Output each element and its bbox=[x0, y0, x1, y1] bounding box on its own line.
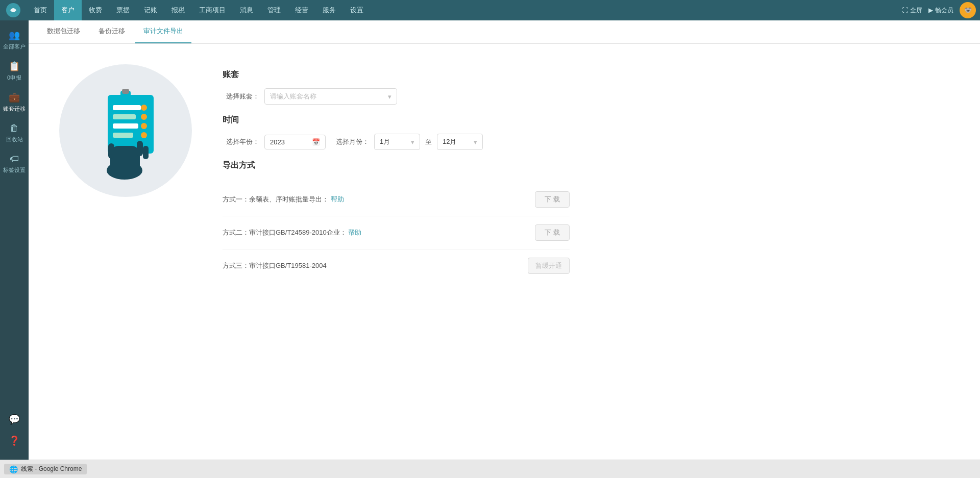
export-method-2-label: 方式二：审计接口GB/T24589-2010企业： 帮助 bbox=[223, 228, 530, 237]
export-method-2: 方式二：审计接口GB/T24589-2010企业： 帮助 下 载 bbox=[223, 216, 570, 249]
content-area: 数据包迁移 备份迁移 审计文件导出 bbox=[29, 20, 980, 460]
month-end-value: 12月 bbox=[443, 137, 456, 146]
svg-point-8 bbox=[141, 123, 147, 129]
form-area: 账套 选择账套： 请输入账套名称 ▾ 时间 选择年份： 2023 📅 bbox=[223, 64, 570, 282]
export-methods: 方式一：余额表、序时账批量导出： 帮助 下 载 方式二：审计接口GB/T2458… bbox=[223, 183, 570, 282]
vip-label: 畅会员 bbox=[935, 6, 953, 15]
nav-business[interactable]: 工商项目 bbox=[192, 0, 233, 20]
svg-rect-14 bbox=[108, 143, 114, 159]
time-row: 选择年份： 2023 📅 选择月份： 1月 ▾ 至 12月 ▾ bbox=[223, 134, 570, 150]
export-method-1: 方式一：余额表、序时账批量导出： 帮助 下 载 bbox=[223, 183, 570, 216]
avatar-icon: 🐨 bbox=[964, 7, 972, 14]
recycle-bin-icon: 🗑 bbox=[10, 123, 19, 134]
account-select[interactable]: 请输入账套名称 ▾ bbox=[264, 88, 397, 105]
time-section-title: 时间 bbox=[223, 115, 570, 125]
fullscreen-icon: ⛶ bbox=[902, 7, 908, 14]
vip-icon: ▶ bbox=[928, 7, 933, 14]
svg-rect-13 bbox=[110, 146, 140, 174]
export-method-3-coming-soon-btn: 暂缓开通 bbox=[528, 258, 570, 274]
year-value: 2023 bbox=[270, 138, 285, 146]
chevron-down-icon: ▾ bbox=[388, 93, 391, 100]
svg-rect-15 bbox=[137, 141, 143, 156]
nav-accounting[interactable]: 记账 bbox=[137, 0, 164, 20]
nav-fee[interactable]: 收费 bbox=[82, 0, 109, 20]
to-text: 至 bbox=[425, 137, 432, 146]
month-start-value: 1月 bbox=[380, 137, 390, 146]
month-start-select[interactable]: 1月 ▾ bbox=[374, 134, 420, 150]
nav-service[interactable]: 服务 bbox=[315, 0, 343, 20]
tag-settings-icon: 🏷 bbox=[10, 154, 19, 164]
export-method-2-download-btn[interactable]: 下 载 bbox=[535, 224, 570, 241]
nav-finance[interactable]: 经营 bbox=[288, 0, 315, 20]
chevron-down-month-end-icon: ▾ bbox=[474, 138, 477, 146]
nav-message[interactable]: 消息 bbox=[233, 0, 260, 20]
sidebar-label-tag-settings: 标签设置 bbox=[3, 166, 26, 174]
illustration-svg bbox=[80, 80, 172, 182]
account-migration-icon: 💼 bbox=[9, 92, 20, 103]
export-method-3: 方式三：审计接口GB/T19581-2004 暂缓开通 bbox=[223, 249, 570, 282]
nav-items: 首页 客户 收费 票据 记账 报税 工商项目 消息 管理 经营 服务 设置 bbox=[27, 0, 902, 20]
svg-rect-2 bbox=[113, 105, 141, 110]
account-section-title: 账套 bbox=[223, 69, 570, 80]
nav-right: ⛶ 全屏 ▶ 畅会员 🐨 bbox=[902, 2, 976, 18]
taskbar-chrome-item[interactable]: 🌐 线索 - Google Chrome bbox=[4, 464, 87, 474]
sidebar-item-message[interactable]: 💬 bbox=[0, 409, 29, 430]
svg-point-6 bbox=[141, 105, 147, 111]
main-layout: 👥 全部客户 📋 0申报 💼 账套迁移 🗑 回收站 🏷 标签设置 💬 ❓ bbox=[0, 20, 980, 460]
tabs-bar: 数据包迁移 备份迁移 审计文件导出 bbox=[29, 20, 980, 44]
sidebar-item-zero-declaration[interactable]: 📋 0申报 bbox=[0, 56, 29, 87]
svg-point-9 bbox=[141, 132, 147, 138]
sidebar-bottom: 💬 ❓ bbox=[0, 409, 29, 460]
calendar-icon: 📅 bbox=[312, 138, 320, 146]
export-method-1-download-btn[interactable]: 下 载 bbox=[535, 191, 570, 208]
nav-tax[interactable]: 报税 bbox=[164, 0, 192, 20]
sidebar-label-recycle-bin: 回收站 bbox=[6, 136, 23, 143]
nav-invoice[interactable]: 票据 bbox=[109, 0, 137, 20]
month-end-select[interactable]: 12月 ▾ bbox=[437, 134, 483, 150]
logo bbox=[4, 1, 22, 19]
sidebar-label-account-migration: 账套迁移 bbox=[3, 105, 26, 113]
svg-rect-16 bbox=[143, 146, 149, 159]
svg-rect-4 bbox=[113, 123, 138, 129]
tab-audit-export[interactable]: 审计文件导出 bbox=[135, 20, 191, 43]
account-select-row: 选择账套： 请输入账套名称 ▾ bbox=[223, 88, 570, 105]
svg-rect-11 bbox=[122, 89, 129, 94]
svg-rect-3 bbox=[113, 114, 136, 119]
export-section-title: 导出方式 bbox=[223, 160, 570, 171]
vip-btn[interactable]: ▶ 畅会员 bbox=[928, 6, 953, 15]
year-label: 选择年份： bbox=[223, 137, 259, 146]
nav-manage[interactable]: 管理 bbox=[260, 0, 288, 20]
sidebar-item-recycle-bin[interactable]: 🗑 回收站 bbox=[0, 118, 29, 148]
sidebar-item-help[interactable]: ❓ bbox=[0, 430, 29, 451]
chrome-icon: 🌐 bbox=[9, 465, 18, 473]
account-select-label: 选择账套： bbox=[223, 92, 259, 101]
year-input[interactable]: 2023 📅 bbox=[264, 135, 326, 149]
nav-home[interactable]: 首页 bbox=[27, 0, 54, 20]
fullscreen-btn[interactable]: ⛶ 全屏 bbox=[902, 6, 922, 15]
export-method-1-help-link[interactable]: 帮助 bbox=[331, 195, 344, 203]
sidebar-label-all-customers: 全部客户 bbox=[3, 43, 26, 51]
account-select-placeholder: 请输入账套名称 bbox=[270, 92, 316, 101]
sidebar-item-tag-settings[interactable]: 🏷 标签设置 bbox=[0, 148, 29, 179]
nav-customer[interactable]: 客户 bbox=[54, 0, 82, 20]
help-icon: ❓ bbox=[9, 435, 20, 446]
sidebar: 👥 全部客户 📋 0申报 💼 账套迁移 🗑 回收站 🏷 标签设置 💬 ❓ bbox=[0, 20, 29, 460]
month-label: 选择月份： bbox=[336, 137, 369, 146]
illustration-circle bbox=[59, 64, 192, 197]
nav-settings[interactable]: 设置 bbox=[343, 0, 371, 20]
sidebar-label-zero-declaration: 0申报 bbox=[7, 74, 21, 82]
export-method-1-label: 方式一：余额表、序时账批量导出： 帮助 bbox=[223, 195, 530, 204]
taskbar: 🌐 线索 - Google Chrome bbox=[0, 460, 980, 478]
fullscreen-label: 全屏 bbox=[910, 6, 922, 15]
tab-backup-migration[interactable]: 备份迁移 bbox=[90, 20, 133, 43]
avatar[interactable]: 🐨 bbox=[960, 2, 976, 18]
sidebar-item-all-customers[interactable]: 👥 全部客户 bbox=[0, 24, 29, 56]
illustration-area bbox=[59, 64, 192, 197]
tab-data-migration[interactable]: 数据包迁移 bbox=[39, 20, 88, 43]
message-icon: 💬 bbox=[9, 414, 20, 425]
sidebar-item-account-migration[interactable]: 💼 账套迁移 bbox=[0, 87, 29, 118]
export-method-2-help-link[interactable]: 帮助 bbox=[348, 229, 361, 236]
top-nav: 首页 客户 收费 票据 记账 报税 工商项目 消息 管理 经营 服务 设置 ⛶ … bbox=[0, 0, 980, 20]
zero-declaration-icon: 📋 bbox=[9, 61, 20, 72]
page-content: 账套 选择账套： 请输入账套名称 ▾ 时间 选择年份： 2023 📅 bbox=[29, 44, 980, 460]
